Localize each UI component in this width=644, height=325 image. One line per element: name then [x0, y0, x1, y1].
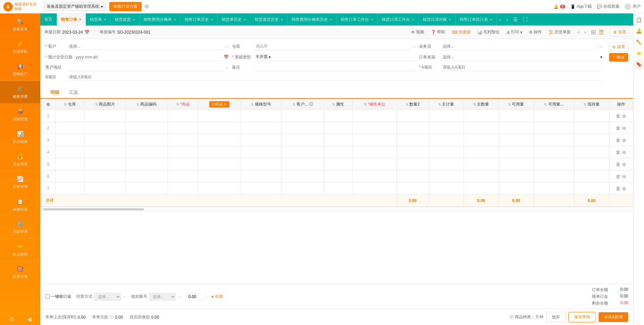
row-available2-6[interactable] — [534, 170, 574, 182]
tab-daily-workbench[interactable]: 钱货日清工作台 ✕ — [378, 13, 419, 26]
right-panel-btn-1[interactable]: 📋 — [634, 15, 644, 25]
row-stock-2[interactable] — [574, 122, 609, 134]
btn-view[interactable]: 👁 视频 — [409, 29, 426, 36]
row-main-unit-5[interactable] — [429, 158, 464, 170]
tab-sales-invoice[interactable]: 销货单 ✕ — [86, 13, 111, 26]
row-unit-3[interactable] — [352, 134, 396, 146]
system-selector[interactable]: 装备及固定资产辅助管理系统 ▾ — [44, 2, 106, 11]
row-qty2-2[interactable] — [396, 122, 428, 134]
tab-summary[interactable]: 汇总 — [64, 87, 83, 98]
row-qty2-3[interactable] — [396, 134, 428, 146]
payment-more-icon[interactable]: ··· — [123, 294, 126, 299]
row-main-qty-3[interactable] — [464, 134, 499, 146]
row-spec-1[interactable] — [240, 110, 282, 122]
row-code-5[interactable] — [126, 158, 167, 170]
tab-sales-expense[interactable]: 销售费用分摊单 ✕ — [140, 13, 181, 26]
right-panel-btn-4[interactable]: ⭐ — [634, 48, 644, 58]
tab-close-invoice-history[interactable]: ✕ — [243, 18, 246, 22]
address-input[interactable] — [67, 64, 223, 71]
row-unit-2[interactable] — [352, 122, 396, 134]
save-new-btn[interactable]: 保存&新增 — [599, 312, 628, 322]
account-more-icon[interactable]: ··· — [178, 294, 181, 299]
payment-method-select[interactable]: 选择... — [94, 293, 121, 301]
row-product-3[interactable] — [167, 134, 198, 146]
form-settings-btn[interactable]: ⚙ 设置 — [609, 42, 628, 51]
row-code-6[interactable] — [126, 170, 167, 182]
tab-order-workbench[interactable]: 销售订单工作台 ✕ — [337, 13, 378, 26]
sidebar-item-finance[interactable]: 💰 资金管理 — [0, 149, 40, 171]
col-available2[interactable]: ⇅ 可用量... — [534, 99, 574, 110]
row-stock-3[interactable] — [574, 134, 609, 146]
row-attr-6[interactable] — [324, 170, 352, 182]
tab-return-history[interactable]: 销货退货历史 ✕ — [251, 13, 288, 26]
row-spec-6[interactable] — [240, 170, 282, 182]
scrollbar[interactable] — [43, 208, 144, 210]
order-source-input[interactable] — [441, 54, 599, 61]
row-product-1[interactable] — [167, 110, 198, 122]
row-available-3[interactable] — [499, 134, 534, 146]
btn-profit[interactable]: 📊 毛利预估 — [475, 29, 501, 36]
row-main-unit-4[interactable] — [429, 146, 464, 158]
row-available2-5[interactable] — [534, 158, 574, 170]
copy-icon-6[interactable]: ⊕ — [622, 174, 626, 179]
tab-expand[interactable]: ⛶ — [520, 13, 530, 26]
copy-icon-5[interactable]: ⊕ — [622, 162, 626, 167]
tab-invoice-history[interactable]: 销货单历史 ✕ — [218, 13, 251, 26]
delete-icon-5[interactable]: 🗑 — [616, 162, 620, 167]
online-service-item[interactable]: 💬 在线客服 — [597, 4, 619, 9]
invoice-select[interactable]: 不开票 ▾ — [254, 53, 415, 61]
row-product-6[interactable] — [167, 170, 198, 182]
col-scan[interactable]: 扫码录入 — [198, 99, 240, 110]
row-attr-1[interactable] — [324, 110, 352, 122]
row-available-7[interactable] — [499, 182, 534, 195]
row-main-unit-6[interactable] — [429, 170, 464, 182]
row-unit-5[interactable] — [352, 158, 396, 170]
app-download-item[interactable]: 📱 App下载 — [570, 4, 592, 9]
row-spec-4[interactable] — [240, 146, 282, 158]
row-warehouse-6[interactable] — [56, 170, 84, 182]
tab-home[interactable]: 首页 — [40, 13, 57, 26]
industry-btn[interactable]: 体验行业方案 — [109, 2, 142, 11]
row-unit-7[interactable] — [352, 182, 396, 195]
row-spec-7[interactable] — [240, 182, 282, 195]
col-attr[interactable]: ⇅ 属性 — [324, 99, 352, 110]
amount-input[interactable] — [186, 293, 206, 300]
row-main-qty-2[interactable] — [464, 122, 499, 134]
col-unit[interactable]: ⇅ *销售单位 — [352, 99, 396, 110]
row-main-unit-1[interactable] — [429, 110, 464, 122]
row-main-qty-7[interactable] — [464, 182, 499, 195]
row-image-4[interactable] — [84, 146, 126, 158]
row-warehouse-4[interactable] — [56, 146, 84, 158]
tab-close-order-workbench[interactable]: ✕ — [371, 18, 373, 22]
sidebar-item-guide[interactable]: 🎯 新手引导 — [0, 261, 40, 284]
row-main-unit-3[interactable] — [429, 134, 464, 146]
row-attr-4[interactable] — [324, 146, 352, 158]
sidebar-item-quicknav[interactable]: ⚡ 快捷导航 — [0, 36, 40, 58]
row-unit-6[interactable] — [352, 170, 396, 182]
tab-detail[interactable]: 明细 — [45, 87, 64, 99]
delete-icon-4[interactable]: 🗑 — [616, 150, 620, 155]
tab-order-stats[interactable]: 销售订单统计表 ✕ — [456, 13, 497, 26]
tab-sales-order[interactable]: 销售订单 ✕ — [57, 13, 86, 26]
save-draft-btn[interactable]: 保存草稿 — [568, 312, 596, 322]
copy-icon-7[interactable]: ⊕ — [622, 186, 626, 191]
salesperson-more-icon[interactable]: ··· — [598, 44, 602, 49]
row-available2-2[interactable] — [534, 122, 574, 134]
deposit-checkbox-group[interactable]: 一键收订金 — [45, 294, 71, 299]
row-qty2-5[interactable] — [396, 158, 428, 170]
sidebar-item-sales[interactable]: 🛒 销售管理 — [0, 81, 40, 104]
btn-operation[interactable]: ⚙ 操作 — [527, 29, 544, 36]
tab-close-order-history[interactable]: ✕ — [211, 18, 213, 22]
notification-item[interactable]: 🔔 9 — [554, 4, 565, 9]
row-image-3[interactable] — [84, 134, 126, 146]
copy-icon-1[interactable]: ⊕ — [622, 113, 626, 119]
row-available2-7[interactable] — [534, 182, 574, 195]
row-customer-5[interactable] — [282, 158, 324, 170]
discard-btn[interactable]: 放弃 — [546, 312, 566, 322]
tab-sales-return[interactable]: 销货退货 ✕ — [111, 13, 140, 26]
product-count-icon[interactable]: ⓪ — [509, 315, 514, 319]
tab-daily-reconcile[interactable]: 钱货日清对账 ✕ — [419, 13, 456, 26]
btn-print[interactable]: 🖨 打印 ▾ — [504, 29, 524, 36]
row-available-1[interactable] — [499, 110, 534, 122]
tab-close-sales-return[interactable]: ✕ — [132, 18, 135, 22]
